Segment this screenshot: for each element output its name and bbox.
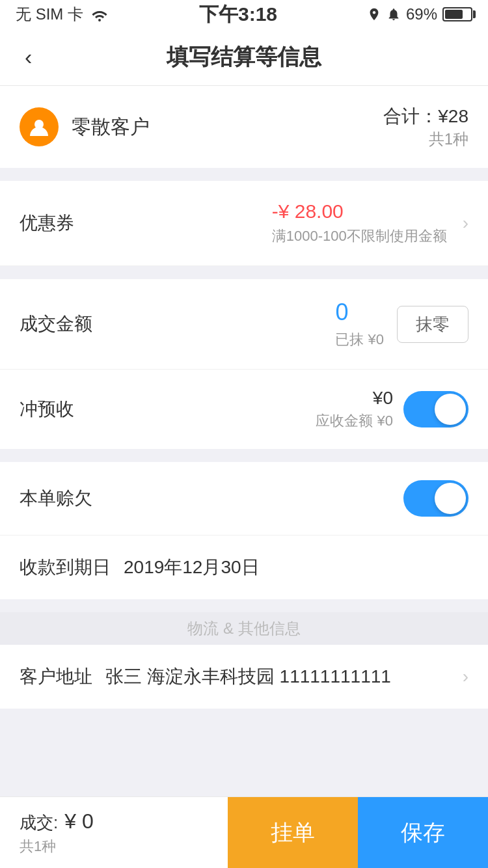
- coupon-section[interactable]: 优惠券 -¥ 28.00 满1000-100不限制使用金额 ›: [0, 181, 488, 266]
- address-label: 客户地址: [20, 664, 92, 689]
- duedate-row: 收款到期日 2019年12月30日: [0, 536, 488, 599]
- status-left: 无 SIM 卡: [16, 4, 109, 25]
- coupon-chevron: ›: [463, 213, 468, 234]
- round-button[interactable]: 抹零: [397, 306, 468, 343]
- bottom-info: 成交: ¥ 0 共1种: [0, 809, 228, 856]
- coupon-row[interactable]: 优惠券 -¥ 28.00 满1000-100不限制使用金额 ›: [0, 181, 488, 266]
- deal-amount-right: 0 已抹 ¥0 抹零: [335, 299, 468, 349]
- debt-label: 本单赊欠: [20, 486, 92, 511]
- address-value: 张三 海淀永丰科技园 11111111111: [105, 664, 463, 689]
- deal-amount-info: 0 已抹 ¥0: [335, 299, 384, 349]
- no-sim-text: 无 SIM 卡: [16, 4, 83, 25]
- status-bar: 无 SIM 卡 下午3:18 69%: [0, 0, 488, 29]
- customer-avatar: [20, 107, 59, 146]
- status-time: 下午3:18: [199, 1, 277, 28]
- total-amount: 合计：¥28: [383, 104, 468, 129]
- avatar-icon: [27, 115, 51, 139]
- address-chevron: ›: [463, 666, 468, 687]
- status-right: 69%: [367, 5, 472, 23]
- total-count: 共1种: [383, 129, 468, 150]
- duedate-value: 2019年12月30日: [124, 555, 260, 580]
- deal-amount-row: 成交金额 0 已抹 ¥0 抹零: [0, 279, 488, 370]
- coupon-discount: -¥ 28.00: [272, 200, 447, 223]
- page-title: 填写结算等信息: [167, 42, 321, 72]
- coupon-info: -¥ 28.00 满1000-100不限制使用金额: [272, 200, 447, 246]
- hang-button[interactable]: 挂单: [228, 797, 358, 869]
- alarm-icon: [386, 7, 401, 21]
- customer-name: 零散客户: [72, 114, 150, 141]
- duedate-label: 收款到期日: [20, 555, 111, 580]
- deal-amount-value: 0: [335, 299, 384, 326]
- divider-section: 物流 & 其他信息: [0, 612, 488, 645]
- advance-right: ¥0 应收金额 ¥0: [316, 388, 468, 431]
- debt-row: 本单赊欠: [0, 462, 488, 536]
- advance-amounts: ¥0 应收金额 ¥0: [316, 388, 393, 431]
- bottom-count: 共1种: [20, 837, 208, 856]
- bottom-amount: ¥ 0: [64, 809, 93, 834]
- divider-text: 物流 & 其他信息: [187, 618, 300, 639]
- advance-toggle[interactable]: [403, 391, 468, 427]
- bottom-deal-row: 成交: ¥ 0: [20, 809, 208, 834]
- customer-left: 零散客户: [20, 107, 150, 146]
- debt-toggle[interactable]: [403, 480, 468, 517]
- debt-section: 本单赊欠 收款到期日 2019年12月30日: [0, 462, 488, 599]
- coupon-right: -¥ 28.00 满1000-100不限制使用金额 ›: [272, 200, 468, 246]
- advance-toggle-knob: [435, 394, 466, 425]
- nav-bar: ‹ 填写结算等信息: [0, 29, 488, 86]
- deal-amount-label: 成交金额: [20, 312, 92, 336]
- bottom-deal-label: 成交:: [20, 811, 58, 834]
- content: 零散客户 合计：¥28 共1种 优惠券 -¥ 28.00 满1000-100不限…: [0, 86, 488, 800]
- amount-section: 成交金额 0 已抹 ¥0 抹零 冲预收 ¥0 应收金额 ¥0: [0, 279, 488, 449]
- advance-main-amount: ¥0: [316, 388, 393, 409]
- coupon-label: 优惠券: [20, 211, 74, 236]
- debt-toggle-knob: [435, 483, 466, 514]
- customer-section: 零散客户 合计：¥28 共1种: [0, 86, 488, 168]
- address-section[interactable]: 客户地址 张三 海淀永丰科技园 11111111111 ›: [0, 645, 488, 709]
- bottom-bar: 成交: ¥ 0 共1种 挂单 保存: [0, 796, 488, 868]
- location-icon: [367, 7, 381, 21]
- advance-label: 冲预收: [20, 397, 74, 422]
- address-row[interactable]: 客户地址 张三 海淀永丰科技园 11111111111 ›: [0, 645, 488, 709]
- advance-sub-amount: 应收金额 ¥0: [316, 411, 393, 431]
- back-button[interactable]: ‹: [18, 38, 38, 76]
- wifi-icon: [90, 7, 109, 21]
- save-button[interactable]: 保存: [358, 797, 488, 869]
- advance-row: 冲预收 ¥0 应收金额 ¥0: [0, 370, 488, 449]
- customer-right: 合计：¥28 共1种: [383, 104, 468, 150]
- coupon-desc: 满1000-100不限制使用金额: [272, 226, 447, 246]
- deal-amount-sub: 已抹 ¥0: [335, 330, 384, 349]
- battery-icon: [442, 7, 472, 21]
- battery-percent: 69%: [406, 5, 437, 23]
